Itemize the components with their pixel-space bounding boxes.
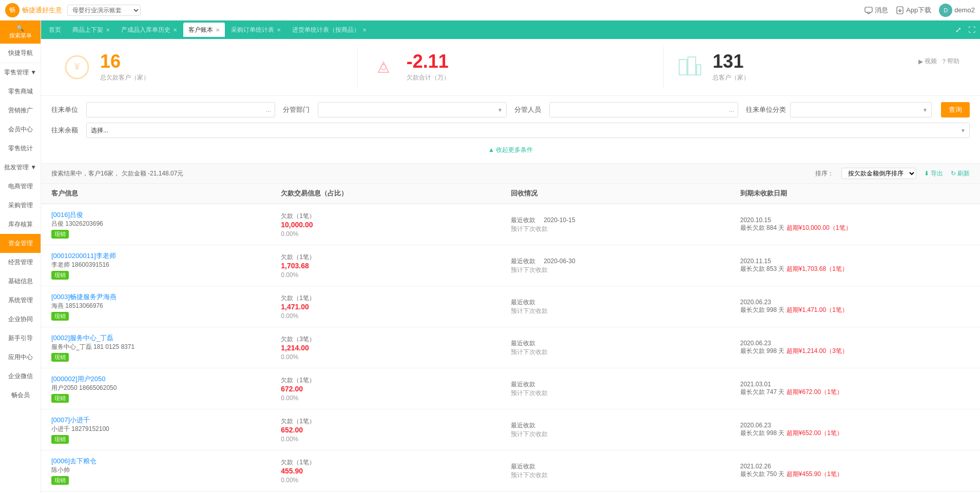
collapse-label: 收起更多条件	[496, 146, 533, 153]
sidebar-item-finance[interactable]: 资金管理	[0, 234, 41, 253]
sidebar-item-retail-mgmt[interactable]: 零售管理 ▼	[0, 63, 41, 82]
tab-purchase-product-stats-close[interactable]: ✕	[362, 27, 367, 33]
sidebar-item-batch-mgmt[interactable]: 批发管理 ▼	[0, 158, 41, 177]
recovery-2: 最近收款 2020-06-30 预计下次收款	[511, 257, 740, 274]
customer-phone-2: 李老师 18600391516	[51, 261, 281, 269]
overdue-link-1[interactable]: 超期¥10,000.00（1笔）	[786, 224, 852, 231]
search-button[interactable]: 查询	[941, 102, 970, 117]
results-actions: 排序： 按欠款金额倒序排序 ⬇ 导出 ↻ 刷新	[815, 168, 970, 179]
next-payment-5: 预计下次收款	[511, 389, 740, 398]
tab-expand-btn[interactable]: ⤢	[953, 25, 964, 35]
overdue-link-7[interactable]: 超期¥455.90（1笔）	[786, 470, 843, 478]
video-link[interactable]: ▶ 视频	[918, 57, 937, 66]
source-unit-input[interactable]	[86, 102, 275, 117]
customer-phone-1: 吕俊 13026203696	[51, 220, 281, 228]
refresh-btn[interactable]: ↻ 刷新	[951, 169, 970, 178]
customer-name-7[interactable]: [0006]去下粮仓	[51, 457, 281, 466]
collapse-button[interactable]: ▲ 收起更多条件	[51, 143, 970, 157]
stat-actions: ▶ 视频 ? 帮助	[918, 57, 959, 66]
sidebar-item-marketing[interactable]: 营销推广	[0, 101, 41, 120]
sidebar-item-newbie[interactable]: 新手引导	[0, 329, 41, 348]
stat-label-3: 总客户（家）	[713, 73, 959, 82]
sidebar-item-enterprise[interactable]: 企业协同	[0, 310, 41, 329]
sidebar-item-ecommerce[interactable]: 电商管理	[0, 177, 41, 196]
sidebar-item-retail-shop[interactable]: 零售商城	[0, 82, 41, 101]
overdue-link-3[interactable]: 超期¥1,471.00（1笔）	[786, 306, 848, 313]
recovery-7: 最近收款 预计下次收款	[511, 462, 740, 480]
manager-dots: ...	[729, 106, 734, 113]
last-payment-4: 最近收款	[511, 339, 740, 348]
customer-info-3: [0003]畅捷服务尹海燕 海燕 18513066976 现销	[51, 292, 281, 321]
svg-text:¥: ¥	[74, 62, 80, 72]
app-download-btn[interactable]: App下载	[896, 6, 931, 15]
debt-ratio-2: 0.00%	[281, 271, 510, 279]
stat-number-1: 16	[100, 52, 347, 71]
due-date-6: 2020.06.23	[740, 422, 970, 429]
dept-select[interactable]	[318, 102, 507, 117]
balance-select[interactable]: 选择...	[86, 123, 970, 138]
sort-label: 排序：	[815, 169, 834, 178]
tab-purchase-stats-label: 采购订单统计表	[231, 26, 274, 34]
due-date-7: 2021.02.26	[740, 463, 970, 470]
tab-product-history-close[interactable]: ✕	[173, 27, 177, 33]
tab-fullscreen-btn[interactable]: ⛶	[966, 25, 977, 35]
sidebar-item-purchase[interactable]: 采购管理	[0, 196, 41, 215]
customer-name-1[interactable]: [0016]吕俊	[51, 210, 281, 220]
source-unit-class-select[interactable]	[790, 102, 932, 117]
sidebar-item-quick-nav[interactable]: 快捷导航	[0, 44, 41, 63]
overdue-days-4: 最长欠款 998 天 超期¥1,214.00（3笔）	[740, 347, 970, 356]
collapse-icon: ▲	[488, 146, 494, 153]
sidebar-item-retail-stats[interactable]: 零售统计	[0, 139, 41, 158]
last-payment-5: 最近收款	[511, 380, 740, 389]
debt-info-1: 欠款（1笔） 10,000.00 0.00%	[281, 212, 510, 238]
user-menu[interactable]: D demo2	[939, 4, 975, 17]
overdue-link-2[interactable]: 超期¥1,703.68（1笔）	[786, 265, 848, 272]
debt-desc-1: 欠款（1笔）	[281, 212, 510, 221]
sidebar-item-ops[interactable]: 经营管理	[0, 253, 41, 272]
debt-amount-1: 10,000.00	[281, 221, 510, 229]
tab-product-history[interactable]: 产成品入库单历史 ✕	[116, 23, 182, 37]
customer-name-5[interactable]: [000002]用户2050	[51, 374, 281, 384]
tab-purchase-stats[interactable]: 采购订单统计表 ✕	[226, 23, 286, 37]
tab-customer-account[interactable]: 客户账本 ✕	[183, 23, 225, 37]
debt-amount-3: 1,471.00	[281, 303, 510, 311]
sidebar-item-member2[interactable]: 畅会员	[0, 386, 41, 405]
overdue-link-4[interactable]: 超期¥1,214.00（3笔）	[786, 347, 848, 354]
tab-purchase-product-stats[interactable]: 进货单统计表（按商品） ✕	[287, 23, 372, 37]
sidebar-search[interactable]: 🔍 搜索菜单	[0, 21, 41, 44]
tab-product-offline[interactable]: 商品上下架 ✕	[67, 23, 115, 37]
tab-bar: 首页 商品上下架 ✕ 产成品入库单历史 ✕ 客户账本 ✕ 采购订单统计表 ✕ 进…	[41, 21, 980, 39]
help-link[interactable]: ? 帮助	[942, 57, 959, 66]
stat-icon-3	[674, 52, 705, 83]
due-date-3: 2020.06.23	[740, 299, 970, 306]
customer-name-6[interactable]: [0007]小进千	[51, 416, 281, 425]
customer-name-4[interactable]: [0002]服务中心_丁磊	[51, 333, 281, 343]
sidebar-item-app-center[interactable]: 应用中心	[0, 348, 41, 367]
overdue-link-6[interactable]: 超期¥652.00（1笔）	[786, 429, 843, 437]
export-btn[interactable]: ⬇ 导出	[924, 169, 943, 178]
sidebar-item-sys-mgmt[interactable]: 系统管理	[0, 291, 41, 310]
debt-info-5: 欠款（1笔） 672.00 0.00%	[281, 376, 510, 402]
stat-label-2: 欠款合计（万）	[407, 73, 654, 82]
svg-rect-8	[697, 65, 701, 75]
debt-desc-5: 欠款（1笔）	[281, 376, 510, 385]
overdue-link-5[interactable]: 超期¥672.00（1笔）	[786, 388, 843, 396]
tab-home[interactable]: 首页	[44, 23, 66, 37]
tab-product-offline-close[interactable]: ✕	[106, 27, 110, 33]
company-select[interactable]: 母婴行业演示账套	[67, 5, 141, 16]
table-row: [000002]用户2050 用户2050 18665062050 现销 欠款（…	[41, 368, 980, 409]
sidebar-item-basic-info[interactable]: 基础信息	[0, 272, 41, 291]
tab-purchase-stats-close[interactable]: ✕	[277, 27, 281, 33]
sidebar-item-member[interactable]: 会员中心	[0, 120, 41, 139]
message-btn[interactable]: 消息	[864, 6, 888, 15]
stats-bar: ¥ 16 总欠款客户（家）	[41, 39, 980, 96]
customer-name-2[interactable]: [00010200011]李老师	[51, 251, 281, 261]
sidebar-item-wechat[interactable]: 企业微信	[0, 367, 41, 386]
sidebar-item-inventory[interactable]: 库存核算	[0, 215, 41, 234]
tab-customer-account-close[interactable]: ✕	[216, 27, 220, 33]
manager-input[interactable]	[549, 102, 738, 117]
stat-icon-1: ¥	[62, 52, 92, 83]
customer-name-3[interactable]: [0003]畅捷服务尹海燕	[51, 292, 281, 302]
col-header-debt: 欠款交易信息（占比）	[281, 189, 510, 198]
sort-select[interactable]: 按欠款金额倒序排序	[841, 168, 916, 179]
